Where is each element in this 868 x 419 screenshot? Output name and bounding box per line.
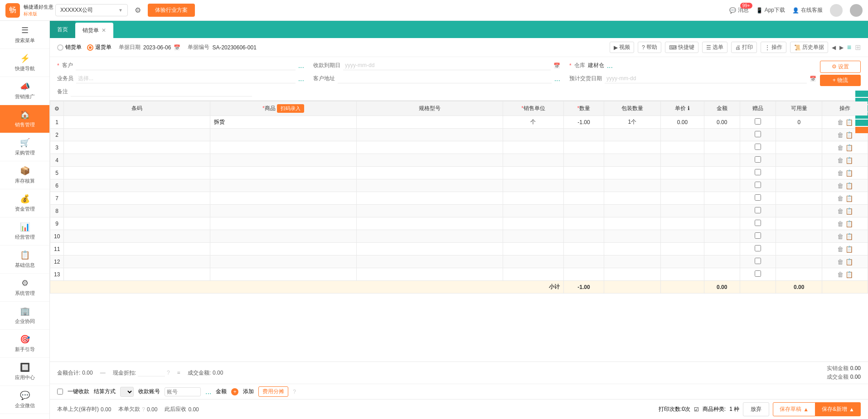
cell-barcode[interactable] (64, 243, 210, 255)
cell-spec[interactable] (356, 230, 503, 243)
cell-product[interactable] (210, 217, 357, 230)
delete-icon[interactable]: 🗑 (837, 169, 844, 177)
shortcut-btn[interactable]: ⌨ 快捷键 (665, 42, 698, 53)
cell-barcode[interactable] (64, 179, 210, 192)
cell-price[interactable] (661, 205, 704, 217)
copy-icon[interactable]: 📋 (845, 220, 853, 227)
cell-price[interactable] (661, 268, 704, 281)
radio-sales[interactable]: 销货单 (57, 43, 82, 51)
delete-icon[interactable]: 🗑 (837, 195, 844, 202)
sidebar-item-member[interactable]: ♛ 畅会员 (0, 414, 49, 419)
due-date-input[interactable] (343, 61, 551, 70)
cell-spec[interactable] (356, 167, 503, 179)
nav-prev-icon[interactable]: ◀ (832, 44, 836, 51)
sidebar-item-app-center[interactable]: 🔲 应用中心 (0, 358, 49, 386)
delete-icon[interactable]: 🗑 (837, 258, 844, 265)
customer-addr-dots-btn[interactable]: ... (554, 75, 560, 83)
cash-discount-input[interactable] (138, 370, 165, 376)
salesperson-dots-btn[interactable]: ... (298, 75, 304, 83)
sidebar-item-search[interactable]: ☰ 搜索菜单 (0, 21, 49, 49)
cell-spec[interactable] (356, 179, 503, 192)
sidebar-item-quick-nav[interactable]: ⚡ 快捷导航 (0, 49, 49, 77)
cell-gift[interactable] (740, 255, 776, 268)
cell-gift[interactable] (740, 192, 776, 205)
cell-barcode[interactable] (64, 154, 210, 167)
delete-icon[interactable]: 🗑 (837, 220, 844, 227)
cell-quantity[interactable] (564, 255, 604, 268)
cell-spec[interactable] (356, 129, 503, 141)
cell-quantity[interactable] (564, 217, 604, 230)
cell-gift[interactable] (740, 217, 776, 230)
cell-price[interactable] (661, 255, 704, 268)
cell-quantity[interactable] (564, 179, 604, 192)
copy-icon[interactable]: 📋 (845, 207, 853, 215)
cell-gift[interactable] (740, 154, 776, 167)
save-draft-button[interactable]: 保存草稿 ▲ (773, 402, 815, 416)
copy-icon[interactable]: 📋 (845, 144, 853, 151)
tab-close-icon[interactable]: ✕ (102, 27, 106, 34)
scan-button[interactable]: 扫码录入 (277, 104, 304, 113)
cell-barcode[interactable] (64, 255, 210, 268)
cell-spec[interactable] (356, 255, 503, 268)
cell-barcode[interactable] (64, 230, 210, 243)
cell-barcode[interactable] (64, 129, 210, 141)
cell-spec[interactable] (356, 268, 503, 281)
tab-home[interactable]: 首页 (50, 21, 75, 38)
delete-icon[interactable]: 🗑 (837, 207, 844, 215)
cell-spec[interactable] (356, 192, 503, 205)
cell-product[interactable] (210, 116, 357, 129)
account-input[interactable] (165, 387, 201, 396)
cell-product[interactable] (210, 141, 357, 154)
delete-icon[interactable]: 🗑 (837, 144, 844, 151)
cell-gift[interactable] (740, 179, 776, 192)
customer-dots-btn[interactable]: ... (298, 62, 304, 70)
cell-price[interactable] (661, 167, 704, 179)
cell-price[interactable] (661, 179, 704, 192)
cell-quantity[interactable] (564, 230, 604, 243)
copy-icon[interactable]: 📋 (845, 246, 853, 253)
copy-icon[interactable]: 📋 (845, 182, 853, 189)
copy-icon[interactable]: 📋 (845, 131, 853, 139)
sidebar-item-enterprise[interactable]: 🏢 企业协同 (0, 302, 49, 330)
delete-icon[interactable]: 🗑 (837, 157, 844, 164)
one-click-payment-checkbox[interactable] (57, 389, 63, 395)
cell-quantity[interactable] (564, 129, 604, 141)
sidebar-item-sales[interactable]: 🏠 销售管理 (0, 105, 49, 133)
float-note-btn[interactable]: 记 (855, 91, 868, 97)
delete-icon[interactable]: 🗑 (837, 271, 844, 278)
customer-input[interactable] (76, 61, 296, 70)
cell-price[interactable] (661, 141, 704, 154)
cell-spec[interactable] (356, 116, 503, 129)
cell-price[interactable] (661, 192, 704, 205)
cell-quantity[interactable] (564, 243, 604, 255)
radio-return[interactable]: 退货单 (87, 43, 112, 51)
cell-product[interactable] (210, 129, 357, 141)
cell-quantity[interactable] (564, 167, 604, 179)
app-download-btn[interactable]: 📱 App下载 (756, 6, 785, 14)
cell-price[interactable] (661, 230, 704, 243)
cell-product[interactable] (210, 255, 357, 268)
cell-quantity[interactable] (564, 154, 604, 167)
help-btn[interactable]: ? 帮助 (638, 42, 661, 53)
nav-next-icon[interactable]: ▶ (839, 44, 844, 51)
cell-price[interactable] (661, 243, 704, 255)
cell-spec[interactable] (356, 217, 503, 230)
copy-icon[interactable]: 📋 (845, 258, 853, 265)
delete-icon[interactable]: 🗑 (837, 246, 844, 253)
calendar-icon[interactable]: 📅 (174, 44, 180, 51)
trial-button[interactable]: 体验行业方案 (148, 4, 195, 17)
cell-gift[interactable] (740, 116, 776, 129)
cell-gift[interactable] (740, 243, 776, 255)
due-date-calendar-icon[interactable]: 📅 (553, 63, 560, 69)
select-btn[interactable]: ☰ 选单 (702, 42, 727, 53)
copy-icon[interactable]: 📋 (845, 119, 853, 126)
expected-date-calendar-icon[interactable]: 📅 (810, 76, 816, 82)
cell-product[interactable] (210, 205, 357, 217)
cell-quantity[interactable] (564, 268, 604, 281)
message-btn[interactable]: 💬 消息 99+ (729, 6, 749, 14)
logistics-button[interactable]: + 物流 (820, 75, 861, 86)
copy-icon[interactable]: 📋 (845, 157, 853, 164)
sidebar-item-basics[interactable]: 📋 基础信息 (0, 246, 49, 274)
copy-icon[interactable]: 📋 (845, 233, 853, 240)
delete-icon[interactable]: 🗑 (837, 131, 844, 139)
